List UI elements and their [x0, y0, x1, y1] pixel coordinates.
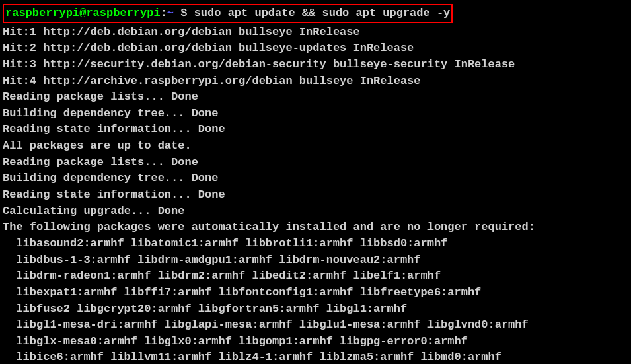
output-line: Building dependency tree... Done: [3, 170, 628, 187]
prompt-dollar: $: [174, 7, 194, 19]
prompt-user-host: raspberrypi@raspberrypi: [5, 7, 161, 19]
package-line: libdbus-1-3:armhf libdrm-amdgpu1:armhf l…: [3, 252, 628, 269]
command-prompt-line[interactable]: raspberrypi@raspberrypi:~ $ sudo apt upd…: [3, 4, 453, 23]
output-line: Reading state information... Done: [3, 122, 628, 138]
package-line: libasound2:armhf libatomic1:armhf libbro…: [3, 236, 628, 252]
output-line: All packages are up to date.: [3, 138, 628, 155]
package-line: libexpat1:armhf libffi7:armhf libfontcon…: [3, 285, 628, 301]
package-line: libgl1-mesa-dri:armhf libglapi-mesa:armh…: [3, 317, 628, 334]
output-line: Reading package lists... Done: [3, 89, 628, 106]
output-line: The following packages were automaticall…: [3, 219, 628, 236]
output-line: Hit:2 http://deb.debian.org/debian bulls…: [3, 40, 628, 57]
output-line: Hit:3 http://security.debian.org/debian-…: [3, 57, 628, 73]
prompt-colon: :: [161, 7, 167, 19]
output-line: Calculating upgrade... Done: [3, 203, 628, 220]
package-line: libdrm-radeon1:armhf libdrm2:armhf libed…: [3, 268, 628, 285]
package-line: libice6:armhf libllvm11:armhf liblz4-1:a…: [3, 349, 628, 364]
package-line: libglx-mesa0:armhf libglx0:armhf libgomp…: [3, 334, 628, 350]
output-line: Building dependency tree... Done: [3, 106, 628, 122]
prompt-path: ~: [167, 7, 174, 19]
package-line: libfuse2 libgcrypt20:armhf libgfortran5:…: [3, 301, 628, 318]
output-line: Hit:4 http://archive.raspberrypi.org/deb…: [3, 73, 628, 90]
command-text: sudo apt update && sudo apt upgrade -y: [194, 7, 451, 19]
output-line: Hit:1 http://deb.debian.org/debian bulls…: [3, 24, 628, 41]
output-line: Reading state information... Done: [3, 187, 628, 203]
output-line: Reading package lists... Done: [3, 155, 628, 171]
